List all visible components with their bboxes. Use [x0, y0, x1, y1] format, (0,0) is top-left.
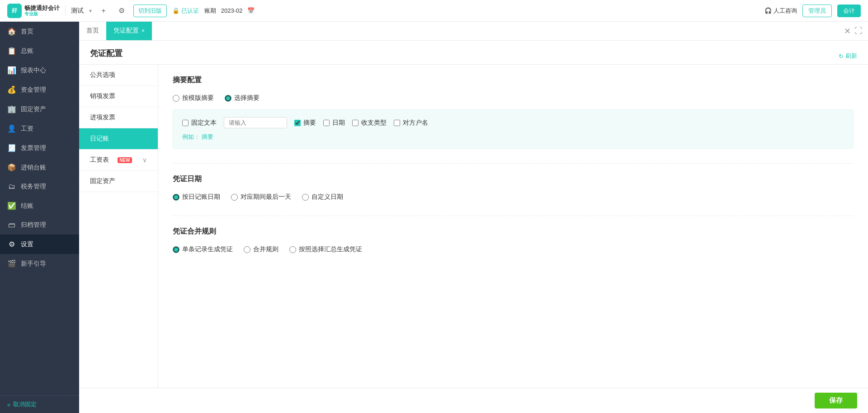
checkbox-summary[interactable]: 摘要 — [294, 119, 316, 127]
radio-select-input[interactable] — [225, 95, 231, 102]
settings-icon: ⚙ — [7, 240, 16, 249]
radio-custom-date-input[interactable] — [302, 194, 309, 201]
sidebar-label-guide: 新手引导 — [21, 260, 46, 268]
sidebar-label-assets: 固定资产 — [21, 105, 46, 113]
consult-button[interactable]: 🎧 人工咨询 — [764, 7, 797, 15]
switch-version-button[interactable]: 切到旧版 — [133, 5, 167, 17]
sidebar-label-closing: 结账 — [21, 202, 33, 210]
admin-button[interactable]: 管理员 — [802, 5, 832, 17]
closing-icon: ✅ — [7, 202, 16, 210]
sidebar-item-report[interactable]: 📊 报表中心 — [0, 61, 79, 80]
sidebar-item-fund[interactable]: 💰 资金管理 — [0, 80, 79, 99]
radio-select-summary-label: 按照选择汇总生成凭证 — [299, 245, 362, 253]
summary-section-title: 摘要配置 — [173, 75, 854, 85]
summary-label: 摘要 — [303, 119, 316, 127]
tab-close-icon[interactable]: × — [142, 28, 145, 34]
save-button[interactable]: 保存 — [815, 393, 857, 408]
divider-1 — [173, 163, 854, 164]
radio-period-last-label: 对应期间最后一天 — [241, 193, 291, 201]
consult-label: 人工咨询 — [774, 7, 797, 15]
sidebar-item-purchase[interactable]: 📦 进销台账 — [0, 158, 79, 177]
checkbox-income-type[interactable]: 收支类型 — [352, 119, 387, 127]
tab-expand-button[interactable]: ⛶ — [854, 26, 863, 36]
tab-home[interactable]: 首页 — [79, 22, 106, 40]
counterparty-checkbox[interactable] — [394, 120, 400, 126]
cancel-fixed-button[interactable]: « 取消固定 — [0, 395, 79, 413]
radio-select-summary-merge[interactable]: 按照选择汇总生成凭证 — [289, 245, 362, 253]
config-nav-payroll[interactable]: 工资表 NEW ∨ — [79, 150, 158, 171]
radio-single-record[interactable]: 单条记录生成凭证 — [173, 245, 233, 253]
summary-checkbox[interactable] — [294, 120, 301, 126]
config-nav-sales[interactable]: 销项发票 — [79, 86, 158, 107]
accountant-button[interactable]: 会计 — [837, 5, 861, 17]
verified-icon: 🔒 — [172, 7, 179, 14]
radio-diary-date-input[interactable] — [173, 194, 179, 201]
counterparty-label: 对方户名 — [403, 119, 428, 127]
radio-select-summary[interactable]: 选择摘要 — [225, 94, 259, 102]
logo-icon: 好 — [7, 4, 22, 18]
radio-custom-date[interactable]: 自定义日期 — [302, 193, 343, 201]
company-logo: 好 畅捷通好会计 专业版 — [7, 4, 60, 18]
config-nav-public[interactable]: 公共选项 — [79, 65, 158, 86]
radio-merge-rule-label: 合并规则 — [253, 245, 278, 253]
radio-select-summary-input[interactable] — [289, 246, 296, 253]
fixed-text-checkbox[interactable] — [182, 120, 189, 126]
fixed-text-input[interactable] — [224, 117, 287, 128]
radio-template-input[interactable] — [173, 95, 179, 102]
radio-merge-rule[interactable]: 合并规则 — [244, 245, 278, 253]
calendar-icon[interactable]: 📅 — [247, 7, 255, 14]
radio-diary-date-label: 按日记账日期 — [182, 193, 220, 201]
income-type-checkbox[interactable] — [352, 120, 359, 126]
payroll-chevron-icon: ∨ — [142, 156, 147, 164]
sidebar-label-invoice: 发票管理 — [21, 144, 46, 152]
sidebar-item-assets[interactable]: 🏢 固定资产 — [0, 99, 79, 119]
sidebar-item-home[interactable]: 🏠 首页 — [0, 22, 79, 41]
settings-button[interactable]: ⚙ — [115, 5, 128, 17]
topbar-divider — [65, 5, 66, 16]
radio-diary-date[interactable]: 按日记账日期 — [173, 193, 220, 201]
config-nav-fixed-assets[interactable]: 固定资产 — [79, 171, 158, 192]
sidebar-item-archive[interactable]: 🗃 归档管理 — [0, 216, 79, 235]
sidebar-item-closing[interactable]: ✅ 结账 — [0, 196, 79, 216]
refresh-button[interactable]: ↻ 刷新 — [839, 52, 857, 60]
sidebar-item-ledger[interactable]: 📋 总账 — [0, 41, 79, 61]
config-nav-diary[interactable]: 日记账 — [79, 128, 158, 150]
checkbox-counterparty[interactable]: 对方户名 — [394, 119, 428, 127]
verified-status: 🔒 已认证 — [172, 7, 199, 15]
project-dropdown-icon[interactable]: ▾ — [89, 8, 92, 14]
add-button[interactable]: + — [97, 5, 110, 17]
sidebar-label-tax: 税务管理 — [21, 183, 46, 191]
tab-home-label: 首页 — [86, 27, 99, 35]
tab-bar: 首页 凭证配置 × ✕ ⛶ — [79, 22, 868, 41]
date-checkbox[interactable] — [323, 120, 330, 126]
radio-single-record-input[interactable] — [173, 246, 179, 253]
content-area: 首页 凭证配置 × ✕ ⛶ 凭证配置 ↻ 刷新 — [79, 22, 868, 413]
sidebar-item-invoice[interactable]: 🧾 发票管理 — [0, 138, 79, 158]
sidebar-item-settings[interactable]: ⚙ 设置 — [0, 235, 79, 254]
radio-template-summary[interactable]: 按模版摘要 — [173, 94, 214, 102]
tab-actions: ✕ ⛶ — [839, 22, 868, 40]
refresh-icon: ↻ — [839, 53, 844, 60]
checkbox-fixed-text[interactable]: 固定文本 — [182, 119, 217, 127]
radio-period-last-input[interactable] — [231, 194, 238, 201]
tab-voucher-config[interactable]: 凭证配置 × — [106, 22, 152, 40]
summary-config-box: 固定文本 摘要 日期 — [173, 109, 854, 149]
radio-template-label: 按模版摘要 — [182, 94, 214, 102]
sidebar-item-salary[interactable]: 👤 工资 — [0, 119, 79, 138]
sidebar-item-guide[interactable]: 🎬 新手引导 — [0, 254, 79, 273]
sidebar-label-home: 首页 — [21, 28, 33, 36]
period-value: 2023-02 — [221, 7, 243, 14]
consult-icon: 🎧 — [764, 7, 772, 14]
radio-merge-rule-input[interactable] — [244, 246, 250, 253]
example-prefix: 例如： — [182, 133, 200, 140]
checkbox-date[interactable]: 日期 — [323, 119, 345, 127]
sidebar-item-tax[interactable]: 🗂 税务管理 — [0, 177, 79, 196]
radio-period-last[interactable]: 对应期间最后一天 — [231, 193, 291, 201]
archive-icon: 🗃 — [7, 221, 16, 229]
config-nav-purchase-inv[interactable]: 进项发票 — [79, 107, 158, 128]
divider-2 — [173, 216, 854, 216]
cancel-fixed-icon: « — [7, 401, 10, 408]
tab-close-button[interactable]: ✕ — [844, 26, 851, 36]
config-panel: 摘要配置 按模版摘要 选择摘要 — [158, 65, 868, 388]
period-label: 账期 — [204, 7, 216, 14]
